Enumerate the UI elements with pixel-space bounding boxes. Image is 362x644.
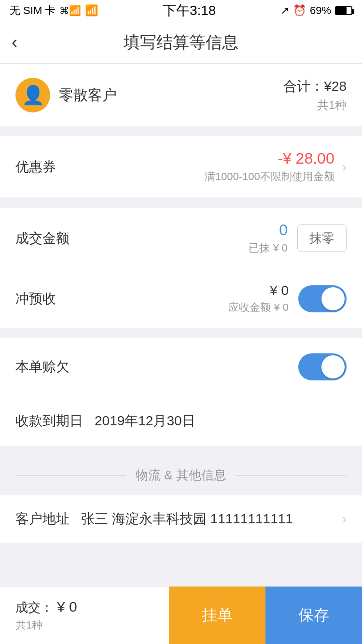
- address-chevron-icon: ›: [342, 511, 347, 527]
- bottom-total-value: ¥ 0: [57, 599, 77, 615]
- customer-right: 合计：¥28 共1种: [283, 77, 347, 113]
- customer-name: 零散客户: [59, 85, 117, 105]
- transaction-label: 成交金额: [15, 229, 70, 248]
- status-left: 无 SIM 卡 ⌘📶 📶: [10, 3, 98, 18]
- chevron-right-icon: ›: [342, 159, 347, 175]
- coupon-value: -¥ 28.00: [205, 150, 334, 168]
- logistics-label: 物流 & 其他信息: [136, 467, 226, 484]
- wifi-icon: ⌘📶: [59, 5, 81, 16]
- debt-toggle-knob: [321, 355, 345, 378]
- customer-section: 👤 零散客户 合计：¥28 共1种: [0, 64, 362, 126]
- bottom-bar: 成交： ¥ 0 共1种 挂单 保存: [0, 586, 362, 644]
- address-value: 张三 海淀永丰科技园 11111111111: [81, 510, 342, 528]
- back-button[interactable]: ‹: [12, 32, 17, 53]
- transaction-value: 0: [249, 221, 288, 239]
- main-content: 👤 零散客户 合计：¥28 共1种 优惠券 -¥ 28.00 满1000-100…: [0, 64, 362, 615]
- coupon-row[interactable]: 优惠券 -¥ 28.00 满1000-100不限制使用金额 ›: [0, 136, 362, 198]
- status-bar: 无 SIM 卡 ⌘📶 📶 下午3:18 ↗ ⏰ 69%: [0, 0, 362, 21]
- transaction-row: 成交金额 0 已抹 ¥ 0 抹零: [0, 208, 362, 269]
- time-label: 下午3:18: [163, 1, 216, 20]
- transaction-section: 成交金额 0 已抹 ¥ 0 抹零 冲预收 ¥ 0 应收金额 ¥ 0: [0, 208, 362, 328]
- transaction-right: 0 已抹 ¥ 0 抹零: [249, 221, 347, 255]
- header-line-left: [15, 475, 126, 476]
- coupon-desc: 满1000-100不限制使用金额: [205, 169, 334, 184]
- due-date-row: 收款到期日 2019年12月30日: [0, 396, 362, 446]
- prepay-label: 冲预收: [15, 290, 56, 308]
- status-right: ↗ ⏰ 69%: [280, 4, 352, 17]
- hold-button[interactable]: 挂单: [169, 587, 265, 644]
- save-button[interactable]: 保存: [265, 587, 362, 644]
- bottom-total-row: 成交： ¥ 0: [15, 599, 153, 616]
- nav-bar: ‹ 填写结算等信息: [0, 21, 362, 64]
- prepay-right: ¥ 0 应收金额 ¥ 0: [228, 283, 347, 315]
- location-icon: ↗: [280, 4, 289, 17]
- round-zero-button[interactable]: 抹零: [297, 224, 347, 252]
- coupon-right: -¥ 28.00 满1000-100不限制使用金额 ›: [205, 150, 347, 184]
- toggle-knob: [321, 287, 345, 310]
- debt-label: 本单赊欠: [15, 358, 70, 376]
- debt-row: 本单赊欠: [0, 338, 362, 396]
- customer-left: 👤 零散客户: [15, 78, 117, 112]
- prepay-toggle[interactable]: [298, 285, 347, 312]
- total-label: 合计：¥28: [283, 77, 347, 96]
- coupon-value-block: -¥ 28.00 满1000-100不限制使用金额: [205, 150, 334, 184]
- logistics-header: 物流 & 其他信息: [0, 455, 362, 495]
- due-date-value: 2019年12月30日: [95, 412, 195, 430]
- transaction-sub: 已抹 ¥ 0: [249, 241, 288, 255]
- total-count: 共1种: [283, 98, 347, 113]
- debt-section: 本单赊欠 收款到期日 2019年12月30日: [0, 338, 362, 446]
- prepay-value: ¥ 0: [228, 283, 289, 298]
- battery-icon: [335, 6, 352, 15]
- alarm-icon: ⏰: [293, 4, 306, 17]
- carrier-label: 无 SIM 卡: [10, 3, 56, 18]
- prepay-value-block: ¥ 0 应收金额 ¥ 0: [228, 283, 289, 315]
- coupon-section[interactable]: 优惠券 -¥ 28.00 满1000-100不限制使用金额 ›: [0, 136, 362, 198]
- avatar: 👤: [15, 78, 50, 112]
- prepay-row: 冲预收 ¥ 0 应收金额 ¥ 0: [0, 269, 362, 328]
- prepay-sub: 应收金额 ¥ 0: [228, 300, 289, 315]
- bottom-total-label: 成交：: [15, 599, 53, 616]
- amount-wrapper: 0 已抹 ¥ 0: [249, 221, 288, 255]
- header-line-right: [236, 475, 347, 476]
- wifi-text: 📶: [85, 4, 98, 17]
- page-title: 填写结算等信息: [124, 31, 238, 54]
- address-label: 客户地址: [15, 510, 70, 528]
- bottom-count: 共1种: [15, 618, 153, 632]
- address-section[interactable]: 客户地址 张三 海淀永丰科技园 11111111111 ›: [0, 495, 362, 543]
- due-date-label: 收款到期日: [15, 412, 83, 430]
- coupon-label: 优惠券: [15, 158, 56, 176]
- address-row[interactable]: 客户地址 张三 海淀永丰科技园 11111111111 ›: [0, 495, 362, 543]
- battery-label: 69%: [310, 4, 331, 17]
- debt-toggle[interactable]: [298, 353, 347, 380]
- bottom-total-area: 成交： ¥ 0 共1种: [0, 599, 169, 632]
